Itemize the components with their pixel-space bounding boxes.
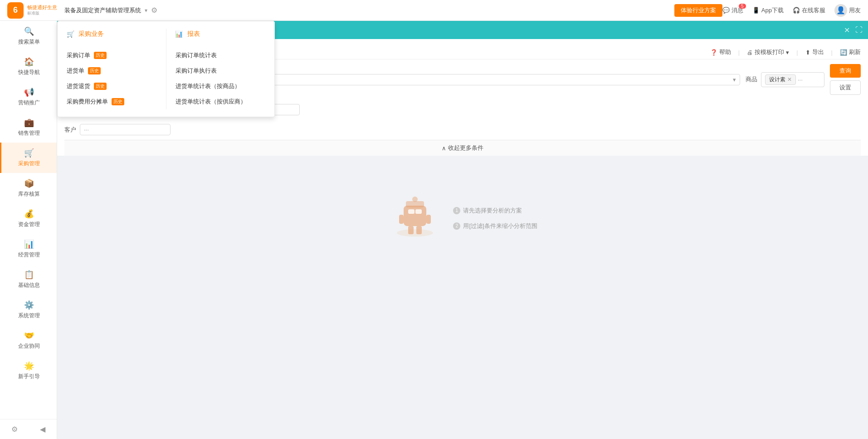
svg-rect-7 <box>416 226 422 234</box>
sidebar-item-purchase[interactable]: 🛒 采购管理 <box>0 143 57 173</box>
online-service-action[interactable]: 🎧 在线客服 <box>793 6 825 15</box>
sidebar-item-basic-info[interactable]: 📋 基础信息 <box>0 264 57 295</box>
sidebar-settings-btn[interactable]: ⚙ <box>11 425 18 434</box>
menu-badge-purchase-return: 历史 <box>94 83 107 90</box>
sidebar-item-system[interactable]: ⚙️ 系统管理 <box>0 295 57 325</box>
home-icon: 🏠 <box>24 57 34 67</box>
sidebar-item-guide[interactable]: 🌟 新手引导 <box>0 355 57 386</box>
empty-dot-2: 2 <box>453 222 460 230</box>
system-gear-icon[interactable]: ⚙ <box>151 6 157 15</box>
sidebar-item-operations[interactable]: 📊 经营管理 <box>0 234 57 264</box>
divider1: | <box>738 49 740 56</box>
menu-label-purchase-receipt: 进货单 <box>67 67 84 75</box>
top-right-actions: 💬 消息 5 📱 App下载 🎧 在线客服 👤 用友 <box>722 4 861 17</box>
menu-badge-purchase-expense: 历史 <box>112 98 124 105</box>
menu-item-purchase-order[interactable]: 采购订单 历史 <box>65 48 159 63</box>
report-section: 📊 报表 采购订单统计表 采购订单执行表 进货单统计表（按商品） 进货单统计表（… <box>174 29 268 109</box>
sidebar-label-system: 系统管理 <box>18 312 40 320</box>
divider3: | <box>831 49 833 56</box>
refresh-action[interactable]: 🔄 刷新 <box>840 48 861 56</box>
sidebar-item-quick-nav[interactable]: 🏠 快捷导航 <box>0 51 57 82</box>
purchase-section-title: 🛒 采购业务 <box>65 29 159 42</box>
inventory-icon: 📦 <box>24 178 34 188</box>
search-icon: 🔍 <box>24 26 34 36</box>
export-icon: ⬆ <box>805 49 810 56</box>
basic-info-icon: 📋 <box>24 270 34 280</box>
menu-item-purchase-receipt[interactable]: 进货单 历史 <box>65 63 159 79</box>
doc-status-input[interactable]: ▾ <box>250 74 740 85</box>
sidebar-item-marketing[interactable]: 📢 营销推广 <box>0 82 57 112</box>
sidebar-item-capital[interactable]: 💰 资金管理 <box>0 203 57 234</box>
messages-action[interactable]: 💬 消息 5 <box>722 6 743 15</box>
menu-label-purchase-return: 进货退货 <box>67 82 90 90</box>
goods-input[interactable]: 设计素 ✕ ··· <box>761 72 824 87</box>
collapse-chevron-icon: ∧ <box>442 145 446 152</box>
user-action[interactable]: 👤 用友 <box>834 4 861 17</box>
print-icon: 🖨 <box>747 49 753 56</box>
customer-dots[interactable]: ··· <box>84 126 89 133</box>
svg-rect-1 <box>404 206 426 226</box>
phone-icon: 📱 <box>752 7 760 14</box>
tab-expand-btn[interactable]: ⛶ <box>853 24 864 36</box>
system-title-area: 装备及固定资产辅助管理系统 ▾ ⚙ <box>64 6 674 15</box>
menu-item-purchase-return[interactable]: 进货退货 历史 <box>65 79 159 94</box>
sidebar-collapse-btn[interactable]: ◀ <box>40 425 45 434</box>
menu-label-report-order-stats: 采购订单统计表 <box>176 51 217 59</box>
goods-more-dots[interactable]: ··· <box>798 76 803 83</box>
menu-item-report-order-stats[interactable]: 采购订单统计表 <box>174 48 268 63</box>
menu-item-report-receipt-by-supplier[interactable]: 进货单统计表（按供应商） <box>174 94 268 109</box>
sidebar-label-operations: 经营管理 <box>18 251 40 259</box>
menu-badge-purchase-order: 历史 <box>94 52 107 59</box>
export-action[interactable]: ⬆ 导出 <box>805 48 824 56</box>
menu-label-purchase-expense: 采购费用分摊单 <box>67 98 108 106</box>
collapse-more-btn[interactable]: ∧ 收起更多条件 <box>64 140 861 156</box>
logo-sub: 标准版 <box>27 10 57 16</box>
svg-rect-6 <box>408 226 414 234</box>
sidebar-item-search[interactable]: 🔍 搜索菜单 <box>0 21 57 51</box>
sidebar-label-inventory: 库存核算 <box>18 190 40 198</box>
system-title: 装备及固定资产辅助管理系统 <box>64 6 141 15</box>
customer-input[interactable]: ··· <box>80 124 171 135</box>
industry-btn[interactable]: 体验行业方案 <box>674 4 722 17</box>
tab-close-all-btn[interactable]: ✕ <box>842 24 852 36</box>
sidebar-item-sales[interactable]: 💼 销售管理 <box>0 112 57 143</box>
sales-icon: 💼 <box>24 118 34 128</box>
report-section-icon: 📊 <box>174 29 185 39</box>
menu-divider <box>166 29 166 109</box>
message-icon: 💬 <box>722 7 730 14</box>
sidebar-label-sales: 销售管理 <box>18 129 40 137</box>
query-btn[interactable]: 查询 <box>830 64 861 78</box>
sidebar-item-inventory[interactable]: 📦 库存核算 <box>0 173 57 203</box>
guide-icon: 🌟 <box>24 361 34 371</box>
marketing-icon: 📢 <box>24 87 34 97</box>
enterprise-icon: 🤝 <box>24 330 34 340</box>
empty-text-area: 1 请先选择要分析的方案 2 用[过滤]条件来缩小分析范围 <box>453 205 537 232</box>
svg-rect-5 <box>426 215 431 224</box>
setting-btn[interactable]: 设置 <box>830 80 861 95</box>
empty-dot-1: 1 <box>453 207 460 214</box>
doc-status-arrow: ▾ <box>733 76 736 83</box>
svg-rect-8 <box>406 201 424 207</box>
goods-label: 商品 <box>746 75 757 84</box>
empty-state: 1 请先选择要分析的方案 2 用[过滤]条件来缩小分析范围 <box>57 156 868 281</box>
sidebar-item-enterprise[interactable]: 🤝 企业协同 <box>0 325 57 355</box>
app-download-action[interactable]: 📱 App下载 <box>752 6 784 15</box>
menu-label-report-order-exec: 采购订单执行表 <box>176 67 217 75</box>
menu-label-report-receipt-by-supplier: 进货单统计表（按供应商） <box>176 98 246 106</box>
sidebar-label-quick-nav: 快捷导航 <box>18 69 40 76</box>
menu-item-purchase-expense[interactable]: 采购费用分摊单 历史 <box>65 94 159 109</box>
sidebar-label-basic-info: 基础信息 <box>18 281 40 289</box>
svg-point-0 <box>397 229 433 237</box>
purchase-section-icon: 🛒 <box>65 29 76 39</box>
print-action[interactable]: 🖨 按模板打印 ▾ <box>747 48 789 56</box>
menu-item-report-order-exec[interactable]: 采购订单执行表 <box>174 63 268 79</box>
avatar: 👤 <box>834 4 847 17</box>
goods-tag-close[interactable]: ✕ <box>787 76 792 83</box>
help-action[interactable]: ❓ 帮助 <box>710 48 731 56</box>
sidebar-label-purchase: 采购管理 <box>18 160 40 168</box>
svg-point-9 <box>412 197 418 202</box>
system-dropdown-arrow[interactable]: ▾ <box>145 7 147 14</box>
sidebar-label-enterprise: 企业协同 <box>18 342 40 350</box>
customer-label: 客户 <box>64 126 76 134</box>
menu-item-report-receipt-by-goods[interactable]: 进货单统计表（按商品） <box>174 79 268 94</box>
